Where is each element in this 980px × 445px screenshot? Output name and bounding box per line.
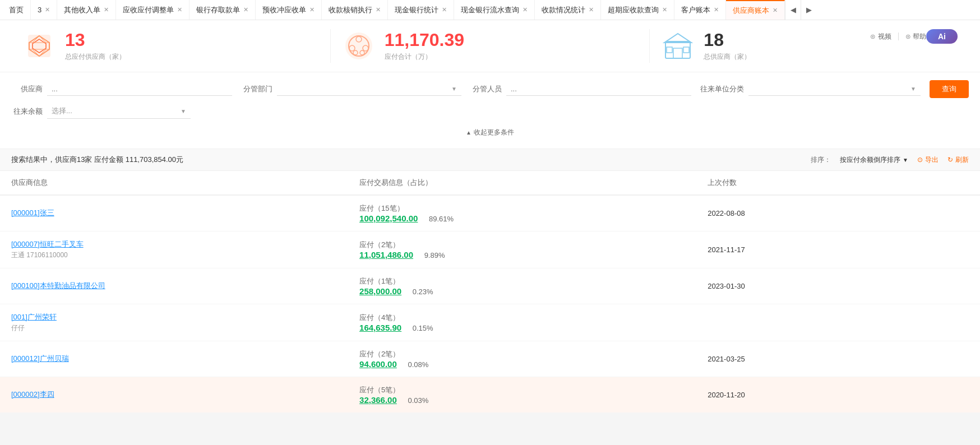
nav-tab-prepayment[interactable]: 预收冲应收单 ✕ bbox=[256, 0, 322, 20]
nav-tab-cash-bank-stat[interactable]: 现金银行统计 ✕ bbox=[388, 0, 454, 20]
nav-tab-3[interactable]: 3 ✕ bbox=[31, 0, 57, 20]
last-pay-date: 2021-11-17 bbox=[708, 245, 969, 254]
department-input[interactable] bbox=[281, 85, 452, 93]
close-icon[interactable]: ✕ bbox=[714, 6, 719, 13]
close-icon[interactable]: ✕ bbox=[376, 6, 381, 13]
supplier-input[interactable] bbox=[52, 85, 228, 93]
nav-tab-collection[interactable]: 收款核销执行 ✕ bbox=[322, 0, 388, 20]
supplier-link[interactable]: [001]广州荣轩 bbox=[11, 312, 359, 322]
category-input[interactable] bbox=[753, 85, 911, 93]
filter-row-2: 往来余额 选择... ▼ bbox=[11, 104, 969, 119]
close-icon[interactable]: ✕ bbox=[309, 6, 315, 13]
payable-label: 应付（15笔） bbox=[359, 203, 708, 214]
close-icon[interactable]: ✕ bbox=[104, 6, 109, 13]
sort-selector[interactable]: 按应付余额倒序排序 ▼ bbox=[840, 155, 908, 165]
supplier-link[interactable]: [000012]广州贝瑞 bbox=[11, 354, 359, 364]
nav-tab-other-income[interactable]: 其他收入单 ✕ bbox=[57, 0, 116, 20]
refresh-icon: ↻ bbox=[947, 156, 953, 164]
nav-tab-home[interactable]: 首页 bbox=[2, 0, 31, 20]
nav-tab-customer-ledger[interactable]: 客户账本 ✕ bbox=[674, 0, 726, 20]
total-suppliers-label: 总供应商（家） bbox=[704, 52, 751, 62]
payable-label: 应付（1笔） bbox=[359, 276, 708, 286]
department-dropdown-icon: ▼ bbox=[451, 86, 457, 92]
payable-amount[interactable]: 100,092,540.00 bbox=[359, 214, 418, 223]
payable-total-value: 11,170.39 bbox=[385, 30, 464, 50]
supplier-link[interactable]: [000001]张三 bbox=[11, 208, 359, 218]
ai-badge[interactable]: Ai bbox=[926, 29, 958, 44]
table-row: [000012]广州贝瑞 应付（2笔） 94,600.00 0.08% 2021… bbox=[0, 341, 980, 377]
close-icon[interactable]: ✕ bbox=[177, 6, 182, 13]
payable-ratio: 0.08% bbox=[408, 360, 428, 369]
payable-ratio: 0.23% bbox=[413, 288, 433, 296]
sort-label: 排序： bbox=[811, 155, 831, 165]
summary-card-payable-total: 11,170.39 应付合计（万） bbox=[331, 29, 650, 63]
supplier-input-wrap[interactable] bbox=[47, 82, 232, 96]
nav-tab-adjustment[interactable]: 应收应付调整单 ✕ bbox=[116, 0, 189, 20]
result-info: 搜索结果中，供应商13家 应付金额 111,703,854.00元 bbox=[11, 155, 183, 165]
payable-info-cell: 应付（2笔） 11,051,486.00 9.89% bbox=[359, 240, 708, 259]
collapse-button[interactable]: ▲ 收起更多条件 bbox=[11, 124, 969, 141]
close-icon[interactable]: ✕ bbox=[662, 6, 667, 13]
table-row: [000001]张三 应付（15笔） 100,092,540.00 89.61%… bbox=[0, 196, 980, 231]
supplier-info-cell: [000007]恒旺二手叉车 王通 17106110000 bbox=[11, 239, 359, 260]
close-icon[interactable]: ✕ bbox=[243, 6, 248, 13]
chevron-up-icon: ▲ bbox=[466, 129, 471, 136]
close-icon[interactable]: ✕ bbox=[589, 6, 594, 13]
grain-icon bbox=[342, 29, 376, 63]
svg-rect-19 bbox=[667, 47, 672, 53]
summary-payable-suppliers-content: 13 总应付供应商（家） bbox=[65, 30, 126, 62]
payable-info-cell: 应付（15笔） 100,092,540.00 89.61% bbox=[359, 203, 708, 223]
close-icon[interactable]: ✕ bbox=[773, 7, 778, 14]
sort-dropdown-icon: ▼ bbox=[903, 157, 908, 163]
last-pay-date: 2023-01-30 bbox=[708, 282, 969, 290]
nav-tab-bank-deposit[interactable]: 银行存取款单 ✕ bbox=[189, 0, 256, 20]
payable-amount[interactable]: 32,366.00 bbox=[359, 395, 397, 405]
balance-select-wrap[interactable]: 选择... ▼ bbox=[47, 104, 191, 119]
summary-header: 13 总应付供应商（家） 11,170.39 应付合计（万） bbox=[0, 20, 980, 72]
search-button[interactable]: 查询 bbox=[930, 80, 969, 98]
supplier-link[interactable]: [000002]李四 bbox=[11, 390, 359, 400]
close-icon[interactable]: ✕ bbox=[523, 6, 528, 13]
supplier-info-cell: [000001]张三 bbox=[11, 208, 359, 219]
supplier-link[interactable]: [000007]恒旺二手叉车 bbox=[11, 239, 359, 249]
balance-label: 往来余额 bbox=[11, 106, 43, 117]
person-input[interactable] bbox=[511, 85, 687, 93]
payable-amount[interactable]: 164,635.90 bbox=[359, 323, 401, 332]
payable-amount[interactable]: 11,051,486.00 bbox=[359, 250, 413, 259]
nav-tab-cash-flow-query[interactable]: 现金银行流水查询 ✕ bbox=[454, 0, 535, 20]
category-select-wrap[interactable]: ▼ bbox=[748, 82, 921, 96]
result-actions: 排序： 按应付余额倒序排序 ▼ ⊙ 导出 ↻ 刷新 bbox=[811, 155, 969, 165]
summary-card-payable-suppliers: 13 总应付供应商（家） bbox=[11, 29, 331, 63]
supplier-contact: 王通 17106110000 bbox=[11, 251, 359, 260]
filter-row-1: 供应商 分管部门 ▼ 分管人员 往来单位分类 ▼ bbox=[11, 80, 969, 98]
supplier-info-cell: [000012]广州贝瑞 bbox=[11, 354, 359, 365]
nav-tab-collection-stat[interactable]: 收款情况统计 ✕ bbox=[535, 0, 601, 20]
svg-rect-20 bbox=[683, 47, 689, 53]
nav-tab-overdue-query[interactable]: 超期应收款查询 ✕ bbox=[601, 0, 674, 20]
table-row: [000007]恒旺二手叉车 王通 17106110000 应付（2笔） 11,… bbox=[0, 231, 980, 268]
refresh-button[interactable]: ↻ 刷新 bbox=[947, 155, 969, 165]
close-icon[interactable]: ✕ bbox=[442, 6, 447, 13]
close-icon[interactable]: ✕ bbox=[45, 6, 50, 13]
supplier-info-cell: [000100]本特勤油品有限公司 bbox=[11, 281, 359, 292]
payable-amount[interactable]: 94,600.00 bbox=[359, 359, 397, 369]
department-select-wrap[interactable]: ▼ bbox=[277, 82, 462, 96]
help-link[interactable]: ⊙ 帮助 bbox=[905, 32, 926, 41]
filter-person: 分管人员 bbox=[470, 82, 691, 96]
col-payable-info: 应付交易信息（占比） bbox=[359, 178, 708, 188]
nav-right-arrow[interactable]: ▶ bbox=[801, 0, 816, 20]
person-input-wrap[interactable] bbox=[506, 82, 691, 96]
person-label: 分管人员 bbox=[470, 84, 502, 94]
nav-tab-supplier-ledger[interactable]: 供应商账本 ✕ bbox=[726, 0, 785, 20]
export-button[interactable]: ⊙ 导出 bbox=[917, 155, 939, 165]
supplier-link[interactable]: [000100]本特勤油品有限公司 bbox=[11, 281, 359, 291]
table-header: 供应商信息 应付交易信息（占比） 上次付数 bbox=[0, 171, 980, 196]
supplier-label: 供应商 bbox=[11, 84, 43, 94]
export-icon: ⊙ bbox=[917, 156, 923, 164]
balance-placeholder: 选择... bbox=[52, 106, 72, 116]
col-supplier-info: 供应商信息 bbox=[11, 178, 359, 188]
payable-amount[interactable]: 258,000.00 bbox=[359, 286, 401, 296]
last-pay-date: 2020-11-20 bbox=[708, 391, 969, 399]
nav-left-arrow[interactable]: ◀ bbox=[785, 0, 801, 20]
video-link[interactable]: ⊙ 视频 bbox=[870, 32, 891, 41]
